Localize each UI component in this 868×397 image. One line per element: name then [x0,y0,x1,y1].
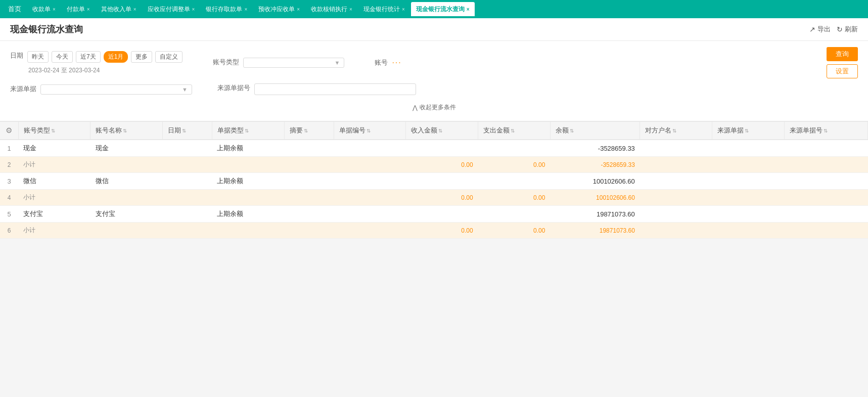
date-btn-昨天[interactable]: 昨天 [27,51,49,63]
cell-counterparty [640,140,712,157]
cell-doc_number [334,206,406,223]
cell-date [162,190,212,206]
date-btn-自定义[interactable]: 自定义 [155,51,182,63]
cell-summary [284,173,334,190]
sort-icon-account_type[interactable]: ⇅ [51,128,55,134]
sort-icon-date[interactable]: ⇅ [182,128,186,134]
table-container: ⚙账号类型⇅账号名称⇅日期⇅单据类型⇅摘要⇅单据编号⇅收入金额⇅支出金额⇅余额⇅… [0,121,868,239]
nav-tab-close-icon[interactable]: × [192,7,195,12]
cell-account_type: 小计 [18,190,90,206]
table-row: 3微信微信上期余额100102606.60 [0,173,868,190]
cell-income: 0.00 [406,157,478,173]
query-button[interactable]: 查询 [827,47,858,61]
cell-doc_type [212,157,284,173]
nav-tab-其他收入单[interactable]: 其他收入单× [96,2,142,16]
nav-tab-close-icon[interactable]: × [133,7,136,12]
source-doc-select[interactable]: ▼ [40,84,192,95]
nav-tab-现金银行流水查询[interactable]: 现金银行流水查询× [411,2,475,16]
cell-expense [478,140,551,157]
col-header-date: 日期⇅ [162,122,212,140]
nav-tab-close-icon[interactable]: × [467,7,470,12]
sort-icon-balance[interactable]: ⇅ [570,128,574,134]
col-header-expense: 支出金额⇅ [478,122,551,140]
cell-doc_type: 上期余额 [212,206,284,223]
date-btn-近1月[interactable]: 近1月 [104,51,128,63]
cell-doc_number [334,223,406,239]
sort-icon-source_doc_num[interactable]: ⇅ [824,128,828,134]
nav-tab-close-icon[interactable]: × [244,7,247,12]
cell-expense: 0.00 [478,223,551,239]
date-btn-今天[interactable]: 今天 [52,51,73,63]
collapse-bar[interactable]: ⋀ 收起更多条件 [10,100,858,115]
row-number: 1 [0,140,18,157]
col-header-source_doc_num: 来源单据号⇅ [784,122,867,140]
cell-counterparty [640,223,712,239]
nav-tab-label: 预收冲应收单 [258,5,295,14]
nav-home[interactable]: 首页 [2,5,27,14]
col-header-account_type: 账号类型⇅ [18,122,90,140]
sort-icon-doc_type[interactable]: ⇅ [245,128,249,134]
sort-icon-summary[interactable]: ⇅ [304,128,308,134]
cell-balance: 100102606.60 [550,190,639,206]
sort-icon-income[interactable]: ⇅ [438,128,442,134]
sort-icon-counterparty[interactable]: ⇅ [672,128,676,134]
nav-tab-收款单[interactable]: 收款单× [27,2,61,16]
settings-button[interactable]: 设置 [827,64,858,78]
cell-doc_number [334,173,406,190]
nav-tab-银行存取款单[interactable]: 银行存取款单× [201,2,252,16]
date-buttons: 昨天今天近7天近1月更多自定义 [27,51,182,63]
filter-row-1: 日期 昨天今天近7天近1月更多自定义 2023-02-24 至 2023-03-… [10,47,858,78]
nav-tab-close-icon[interactable]: × [402,7,405,12]
sort-icon-source_doc[interactable]: ⇅ [745,128,749,134]
cell-source_doc_num [784,206,867,223]
col-label-expense: 支出金额 [483,126,510,134]
cell-source_doc [712,223,785,239]
nav-tab-label: 现金银行统计 [363,5,400,14]
account-dots-button[interactable]: ··· [392,58,401,67]
nav-tab-应收应付调整单[interactable]: 应收应付调整单× [143,2,200,16]
date-btn-更多[interactable]: 更多 [131,51,152,63]
col-header-doc_number: 单据编号⇅ [334,122,406,140]
cell-balance: 100102606.60 [550,173,639,190]
cell-account_name: 现金 [90,140,163,157]
nav-tab-label: 应收应付调整单 [148,5,190,14]
nav-tab-close-icon[interactable]: × [349,7,352,12]
nav-tab-收款核销执行[interactable]: 收款核销执行× [306,2,357,16]
nav-tab-付款单[interactable]: 付款单× [62,2,95,16]
nav-tab-预收冲应收单[interactable]: 预收冲应收单× [253,2,305,16]
col-header-gear[interactable]: ⚙ [0,122,18,140]
page-title: 现金银行流水查询 [10,23,83,35]
refresh-icon: ↻ [837,25,843,33]
source-doc-label: 来源单据 [10,84,36,94]
nav-tab-现金银行统计[interactable]: 现金银行统计× [358,2,410,16]
col-header-doc_type: 单据类型⇅ [212,122,284,140]
export-button[interactable]: ↗ 导出 [809,25,831,34]
refresh-button[interactable]: ↻ 刷新 [837,25,858,34]
cell-date [162,206,212,223]
source-doc-num-label: 来源单据号 [217,83,250,93]
table-row: 5支付宝支付宝上期余额19871073.60 [0,206,868,223]
cell-date [162,140,212,157]
account-type-select[interactable]: ▼ [243,58,344,68]
cell-expense [478,206,551,223]
col-header-account_name: 账号名称⇅ [90,122,163,140]
nav-tab-close-icon[interactable]: × [297,7,300,12]
nav-tab-close-icon[interactable]: × [87,7,90,12]
cell-summary [284,140,334,157]
col-label-counterparty: 对方户名 [645,126,671,134]
date-btn-近7天[interactable]: 近7天 [76,51,101,63]
table-settings-icon[interactable]: ⚙ [6,126,12,135]
col-header-balance: 余额⇅ [550,122,639,140]
cell-summary [284,223,334,239]
cell-account_name [90,190,163,206]
cell-balance: 19871073.60 [550,206,639,223]
cell-account_type: 小计 [18,223,90,239]
source-doc-num-input[interactable] [254,83,416,95]
sort-icon-doc_number[interactable]: ⇅ [367,128,371,134]
cell-income [406,173,478,190]
cell-doc_number [334,140,406,157]
sort-icon-account_name[interactable]: ⇅ [123,128,127,134]
cell-account_type: 支付宝 [18,206,90,223]
nav-tab-close-icon[interactable]: × [53,7,56,12]
sort-icon-expense[interactable]: ⇅ [511,128,515,134]
